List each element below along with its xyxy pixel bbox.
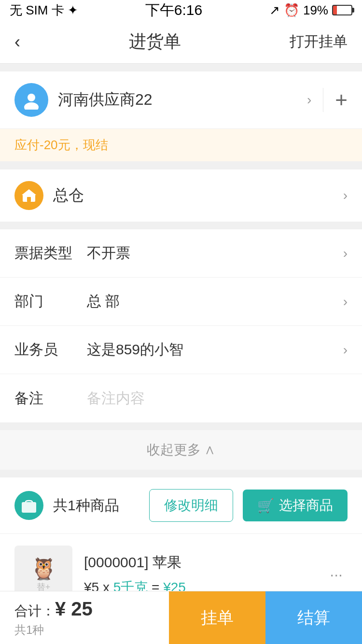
battery-icon bbox=[332, 5, 352, 15]
nav-bar: ‹ 进货单 打开挂单 bbox=[0, 20, 362, 64]
warehouse-icon bbox=[14, 181, 43, 210]
notice-bar: 应付-20元，现结 bbox=[0, 129, 362, 162]
remark-label: 备注 bbox=[14, 389, 87, 408]
battery-percent: 19% bbox=[303, 3, 328, 18]
product-count-label: 共1种商品 bbox=[53, 496, 149, 516]
collapse-bar[interactable]: 收起更多 ∧ bbox=[0, 430, 362, 470]
warehouse-section: 总仓 › bbox=[0, 169, 362, 222]
total-section: 合计： ¥ 25 共1种 bbox=[0, 591, 169, 644]
remark-row[interactable]: 备注 备注内容 bbox=[0, 374, 362, 422]
product-info: [0000001] 苹果 ¥5 x 5千克 = ¥25 bbox=[84, 553, 325, 597]
divider bbox=[323, 88, 323, 112]
status-bar: 无 SIM 卡 ✦ 下午6:16 ↗ ⏰ 19% bbox=[0, 0, 362, 20]
department-label: 部门 bbox=[14, 292, 87, 311]
svg-point-0 bbox=[28, 94, 35, 101]
warehouse-chevron-icon: › bbox=[343, 188, 348, 203]
warehouse-name: 总仓 bbox=[53, 185, 343, 206]
total-amount: ¥ 25 bbox=[55, 598, 93, 620]
bottom-bar: 合计： ¥ 25 共1种 挂单 结算 bbox=[0, 591, 362, 644]
svg-marker-3 bbox=[22, 189, 36, 195]
add-supplier-button[interactable]: + bbox=[335, 88, 348, 112]
more-options-button[interactable]: ··· bbox=[325, 561, 348, 588]
supplier-avatar bbox=[14, 83, 48, 117]
ticket-type-chevron-icon: › bbox=[343, 246, 348, 261]
supplier-section: 河南供应商22 › + 应付-20元，现结 bbox=[0, 71, 362, 162]
modify-detail-button[interactable]: 修改明细 bbox=[149, 489, 233, 522]
remark-placeholder[interactable]: 备注内容 bbox=[87, 389, 348, 408]
salesperson-label: 业务员 bbox=[14, 340, 87, 360]
alarm-icon: ⏰ bbox=[284, 3, 299, 18]
supplier-name: 河南供应商22 bbox=[58, 89, 307, 111]
hang-button[interactable]: 挂单 bbox=[169, 591, 265, 644]
total-count: 共1种 bbox=[14, 622, 154, 638]
status-right: ↗ ⏰ 19% bbox=[269, 3, 352, 18]
location-icon: ↗ bbox=[269, 3, 280, 18]
supplier-chevron-icon: › bbox=[307, 92, 311, 108]
nav-title: 进货单 bbox=[129, 30, 181, 54]
ticket-type-value: 不开票 bbox=[87, 243, 343, 263]
ticket-type-label: 票据类型 bbox=[14, 243, 87, 263]
svg-rect-4 bbox=[27, 197, 31, 202]
salesperson-row[interactable]: 业务员 这是859的小智 › bbox=[0, 326, 362, 374]
checkout-button[interactable]: 结算 bbox=[265, 591, 362, 644]
open-hang-button[interactable]: 打开挂单 bbox=[290, 32, 348, 52]
svg-point-1 bbox=[24, 102, 39, 110]
department-value: 总 部 bbox=[87, 292, 343, 311]
back-button[interactable]: ‹ bbox=[14, 32, 20, 52]
department-row[interactable]: 部门 总 部 › bbox=[0, 278, 362, 326]
ticket-type-row[interactable]: 票据类型 不开票 › bbox=[0, 229, 362, 278]
supplier-row[interactable]: 河南供应商22 › + bbox=[0, 71, 362, 129]
warehouse-row[interactable]: 总仓 › bbox=[0, 169, 362, 222]
product-icon bbox=[14, 491, 43, 520]
sim-status: 无 SIM 卡 ✦ bbox=[10, 2, 78, 19]
status-time: 下午6:16 bbox=[145, 0, 202, 20]
department-chevron-icon: › bbox=[343, 294, 348, 309]
content: 河南供应商22 › + 应付-20元，现结 总仓 › 票据类型 不开票 › bbox=[0, 71, 362, 644]
select-product-label: 选择商品 bbox=[279, 496, 333, 515]
select-product-button[interactable]: 🛒 选择商品 bbox=[243, 490, 348, 521]
cart-icon: 🛒 bbox=[257, 498, 274, 514]
product-name: [0000001] 苹果 bbox=[84, 553, 325, 573]
svg-rect-5 bbox=[22, 502, 36, 513]
status-left: 无 SIM 卡 ✦ bbox=[10, 2, 78, 19]
salesperson-chevron-icon: › bbox=[343, 342, 348, 358]
salesperson-value: 这是859的小智 bbox=[87, 340, 343, 360]
form-section: 票据类型 不开票 › 部门 总 部 › 业务员 这是859的小智 › 备注 备注… bbox=[0, 229, 362, 422]
total-label: 合计： bbox=[14, 602, 55, 620]
product-header: 共1种商品 修改明细 🛒 选择商品 bbox=[0, 477, 362, 534]
